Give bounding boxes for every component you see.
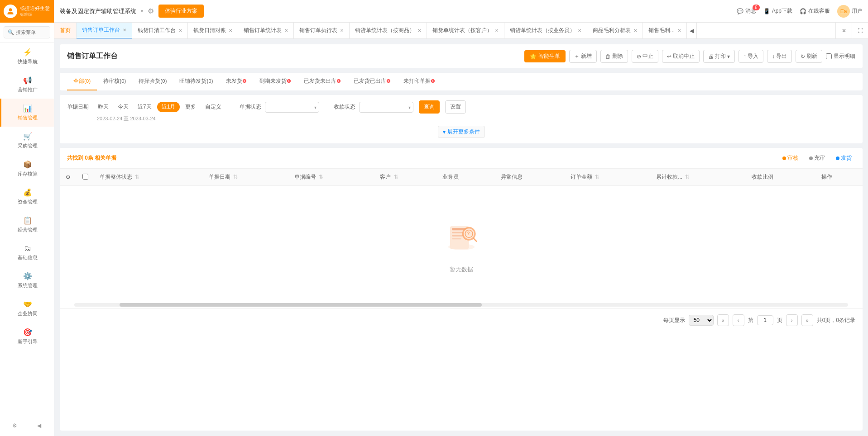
topbar-settings-icon[interactable]: ⚙: [148, 7, 154, 15]
sidebar-item-system[interactable]: ⚙️ 系统管理: [0, 266, 54, 294]
subtab-pending-review[interactable]: 待审核(0): [97, 73, 132, 90]
tab-close-icon[interactable]: ✕: [417, 28, 421, 33]
tab-close-icon[interactable]: ✕: [284, 28, 288, 33]
sidebar-item-enterprise[interactable]: 🤝 企业协同: [0, 294, 54, 322]
app-download-button[interactable]: 📱 App下载: [763, 7, 792, 15]
tab-gross-profit[interactable]: 商品毛利分析表 ✕: [587, 23, 643, 39]
empty-state-row: ? 暂无数据: [60, 186, 863, 301]
tab-close-icon[interactable]: ✕: [229, 28, 232, 33]
tab-ship-customer[interactable]: 销货单统计表（按客户） ✕: [427, 23, 504, 39]
pay-status-filter: 收款状态: [334, 102, 413, 113]
pay-status-select[interactable]: [359, 102, 413, 113]
subtab-not-printed[interactable]: 未打印单据❶: [397, 73, 441, 90]
tab-close-icon[interactable]: ✕: [178, 28, 182, 33]
sidebar-item-guide[interactable]: 🎯 新手引导: [0, 322, 54, 351]
horizontal-scrollbar-thumb[interactable]: [120, 303, 482, 307]
tab-close-icon[interactable]: ✕: [633, 28, 637, 33]
online-service-button[interactable]: 🎧 在线客服: [800, 7, 830, 15]
ship-button[interactable]: 发货: [832, 152, 855, 164]
sort-icon[interactable]: ⇅: [394, 174, 398, 180]
import-button[interactable]: ↑ 导入: [739, 50, 763, 63]
filter-settings-button[interactable]: 设置: [445, 100, 466, 114]
tab-home[interactable]: 首页: [54, 23, 77, 39]
print-button[interactable]: 🖨 打印 ▾: [703, 50, 735, 63]
tab-close-icon[interactable]: ✕: [123, 28, 126, 33]
page-first-btn[interactable]: «: [717, 314, 729, 326]
sort-icon[interactable]: ⇅: [135, 174, 139, 180]
tab-sales-gross[interactable]: 销售毛利... ✕: [643, 23, 687, 39]
search-menu-button[interactable]: 🔍 搜索菜单: [4, 26, 50, 38]
sidebar-item-purchase[interactable]: 🛒 采购管理: [0, 127, 54, 155]
subtab-wangpu-ship[interactable]: 旺铺待发货(0): [173, 73, 219, 90]
subtab-shipped-not-out[interactable]: 已发货未出库❶: [297, 73, 347, 90]
tab-nav-prev[interactable]: ◀: [687, 23, 697, 39]
status-select[interactable]: [265, 102, 319, 113]
tab-close-icon[interactable]: ✕: [495, 28, 499, 33]
approve-button[interactable]: 审核: [779, 152, 802, 164]
export-button[interactable]: ↓ 导出: [767, 50, 792, 63]
industry-solution-button[interactable]: 体验行业方案: [158, 5, 204, 18]
subtab-shipped-out[interactable]: 已发货已出库❶: [347, 73, 397, 90]
page-prev-btn[interactable]: ‹: [733, 314, 744, 326]
user-menu-button[interactable]: Ea 用户: [837, 5, 863, 18]
sidebar-item-finance[interactable]: 💰 资金管理: [0, 183, 54, 211]
refresh-button[interactable]: ↻ 刷新: [796, 50, 822, 63]
sidebar-item-sales[interactable]: 📊 销售管理: [0, 99, 54, 127]
page-next-btn[interactable]: ›: [786, 314, 798, 326]
revoke-button[interactable]: 充审: [806, 152, 829, 164]
approve-dot-icon: [782, 156, 786, 160]
sidebar-item-inventory[interactable]: 📦 库存核算: [0, 155, 54, 183]
stop-button[interactable]: ⊘ 中止: [632, 50, 658, 63]
page-input[interactable]: [757, 315, 773, 325]
import-icon: ↑: [743, 53, 746, 60]
show-detail-checkbox[interactable]: [826, 53, 832, 59]
page-last-btn[interactable]: »: [801, 314, 813, 326]
more-btn[interactable]: 更多: [182, 102, 200, 112]
select-all-checkbox[interactable]: [82, 174, 88, 180]
sort-icon[interactable]: ⇅: [319, 174, 323, 180]
tab-sales-exec[interactable]: 销售订单执行表 ✕: [294, 23, 350, 39]
sidebar-settings-btn[interactable]: ⚙: [5, 420, 25, 431]
custom-btn[interactable]: 自定义: [201, 102, 225, 112]
tab-sales-stats[interactable]: 销售订单统计表 ✕: [238, 23, 294, 39]
sidebar-item-base[interactable]: 🗂 基础信息: [0, 239, 54, 266]
page-size-select[interactable]: 50 100 200: [689, 315, 714, 326]
sort-icon[interactable]: ⇅: [233, 174, 238, 180]
sidebar-search-area: 🔍 搜索菜单: [0, 23, 54, 43]
last-month-btn[interactable]: 近1月: [157, 102, 180, 112]
inventory-icon: 📦: [23, 160, 32, 169]
expand-filter-button[interactable]: ▾ 展开更多条件: [438, 126, 485, 138]
sort-icon[interactable]: ⇅: [595, 174, 599, 180]
cancel-stop-button[interactable]: ↩ 取消中止: [662, 50, 700, 63]
tab-ship-product[interactable]: 销货单统计表（按商品） ✕: [350, 23, 427, 39]
search-button[interactable]: 查询: [419, 100, 440, 114]
show-detail-checkbox-label[interactable]: 显示明细: [826, 52, 855, 60]
tab-close-icon[interactable]: ✕: [340, 28, 344, 33]
tab-close-all-button[interactable]: ✕: [835, 23, 852, 39]
settings-icon[interactable]: ⚙: [66, 174, 71, 180]
message-button[interactable]: 💬 消息 6: [737, 7, 756, 15]
sidebar-item-operation[interactable]: 📋 经营管理: [0, 211, 54, 239]
sidebar-collapse-btn[interactable]: ◀: [29, 420, 50, 431]
sort-icon[interactable]: ⇅: [685, 174, 690, 180]
tab-ship-salesman[interactable]: 销货单统计表（按业务员） ✕: [504, 23, 587, 39]
svg-line-10: [473, 238, 476, 242]
smart-generate-button[interactable]: ⭐ 智能生单: [524, 50, 566, 62]
tab-maximize-button[interactable]: ⛶: [852, 23, 868, 39]
tab-cash-daily[interactable]: 钱货日清工作台 ✕: [132, 23, 188, 39]
subtab-overdue-ship[interactable]: 到期未发货❶: [253, 73, 297, 90]
tab-close-icon[interactable]: ✕: [578, 28, 581, 33]
tab-cash-reconcile[interactable]: 钱货日清对账 ✕: [188, 23, 238, 39]
today-btn[interactable]: 今天: [114, 102, 132, 112]
tab-close-icon[interactable]: ✕: [677, 28, 681, 33]
tab-sales-workbench[interactable]: 销售订单工作台 ✕: [77, 23, 132, 39]
delete-button[interactable]: 🗑 删除: [600, 50, 628, 63]
new-button[interactable]: ＋ 新增: [569, 50, 597, 63]
last7-btn[interactable]: 近7天: [134, 102, 155, 112]
subtab-pending-inspect[interactable]: 待择验货(0): [132, 73, 173, 90]
subtab-all[interactable]: 全部(0): [67, 73, 97, 90]
yesterday-btn[interactable]: 昨天: [94, 102, 112, 112]
subtab-not-shipped[interactable]: 未发货❶: [220, 73, 253, 90]
sidebar-item-marketing[interactable]: 📢 营销推广: [0, 71, 54, 99]
sidebar-item-quick-nav[interactable]: ⚡ 快捷导航: [0, 43, 54, 71]
